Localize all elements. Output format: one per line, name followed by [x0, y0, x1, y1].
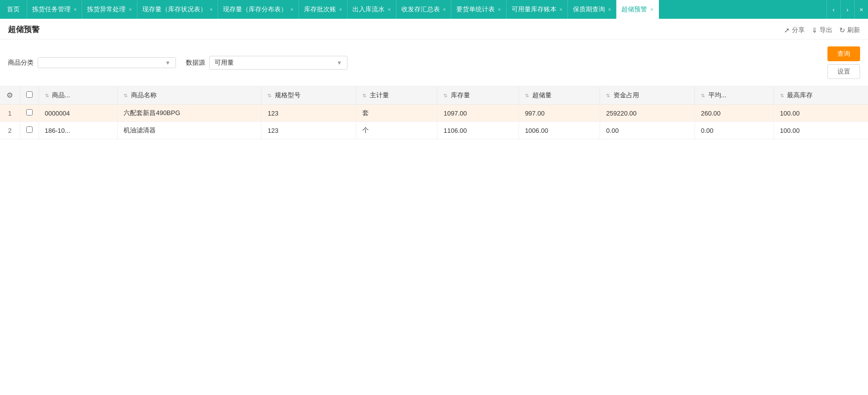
nav-tab-10-close[interactable]: ×: [650, 6, 653, 12]
nav-tab-2-close[interactable]: ×: [210, 6, 213, 12]
row-checkbox[interactable]: [26, 126, 33, 133]
sort-icon: ⇅: [525, 93, 529, 98]
export-button[interactable]: ⇓ 导出: [812, 26, 832, 35]
table-header-row: ⚙ ⇅ 商品... ⇅ 商品名称 ⇅ 规格型号: [0, 86, 868, 105]
nav-tab-0-close[interactable]: ×: [74, 6, 77, 12]
nav-tab-6[interactable]: 收发存汇总表 ×: [396, 0, 451, 19]
row-num: 1: [0, 105, 20, 122]
sort-icon: ⇅: [606, 93, 610, 98]
cell-spec: 123: [261, 105, 356, 122]
nav-tab-4-close[interactable]: ×: [339, 6, 342, 12]
page-title: 超储预警: [8, 25, 40, 35]
cell-max-stock: 100.00: [774, 105, 868, 122]
col-stock[interactable]: ⇅ 库存量: [437, 86, 519, 105]
gear-icon[interactable]: ⚙: [6, 91, 13, 99]
cell-capital: 0.00: [600, 122, 695, 139]
sort-icon: ⇅: [267, 93, 271, 98]
table-body: 1 0000004 六配套新昌490BPG 123 套 1097.00 997.…: [0, 105, 868, 139]
category-chevron-icon: ▼: [165, 60, 171, 66]
sort-icon: ⇅: [124, 93, 128, 98]
nav-arrows: ‹ › ×: [826, 0, 868, 19]
sort-icon: ⇅: [443, 93, 447, 98]
share-button[interactable]: ➚ 分享: [784, 26, 805, 35]
col-max-stock[interactable]: ⇅ 最高库存: [774, 86, 868, 105]
datasource-label: 数据源: [186, 58, 205, 67]
sort-icon: ⇅: [362, 93, 366, 98]
nav-tab-0[interactable]: 拣货任务管理 ×: [27, 0, 82, 19]
nav-tab-4[interactable]: 库存批次账 ×: [299, 0, 347, 19]
row-checkbox-cell[interactable]: [20, 105, 39, 122]
nav-home[interactable]: 首页: [0, 0, 27, 19]
nav-tab-10[interactable]: 超储预警 ×: [616, 0, 658, 19]
nav-tab-8-close[interactable]: ×: [560, 6, 563, 12]
sort-icon: ⇅: [780, 93, 784, 98]
filter-buttons: 查询 设置: [827, 46, 860, 79]
col-settings[interactable]: ⚙: [0, 86, 20, 105]
nav-tab-5-close[interactable]: ×: [388, 6, 391, 12]
settings-button[interactable]: 设置: [827, 64, 860, 79]
sort-icon: ⇅: [45, 93, 49, 98]
select-all-checkbox[interactable]: [26, 91, 33, 98]
cell-avg: 260.00: [694, 105, 774, 122]
sort-icon: ⇅: [701, 93, 705, 98]
cell-avg: 0.00: [694, 122, 774, 139]
col-spec[interactable]: ⇅ 规格型号: [261, 86, 356, 105]
nav-tab-1[interactable]: 拣货异常处理 ×: [82, 0, 137, 19]
query-button[interactable]: 查询: [827, 46, 860, 61]
col-avg[interactable]: ⇅ 平均...: [694, 86, 774, 105]
cell-capital: 259220.00: [600, 105, 695, 122]
cell-product-name: 六配套新昌490BPG: [118, 105, 261, 122]
nav-tab-3[interactable]: 现存量（库存分布表） ×: [218, 0, 299, 19]
nav-tab-8[interactable]: 可用量库存账本 ×: [507, 0, 568, 19]
table-wrapper: ⚙ ⇅ 商品... ⇅ 商品名称 ⇅ 规格型号: [0, 86, 868, 139]
nav-arrow-right[interactable]: ›: [840, 0, 854, 19]
main-content: 超储预警 ➚ 分享 ⇓ 导出 ↻ 刷新 商品分类 ▼ 数据源: [0, 19, 868, 395]
col-capital[interactable]: ⇅ 资金占用: [600, 86, 695, 105]
top-nav: 首页 拣货任务管理 × 拣货异常处理 × 现存量（库存状况表） × 现存量（库存…: [0, 0, 868, 19]
row-num: 2: [0, 122, 20, 139]
page-header: 超储预警 ➚ 分享 ⇓ 导出 ↻ 刷新: [0, 19, 868, 40]
nav-tab-5[interactable]: 出入库流水 ×: [347, 0, 396, 19]
col-checkbox[interactable]: [20, 86, 39, 105]
cell-stock: 1097.00: [437, 105, 519, 122]
datasource-select[interactable]: 可用量 ▼: [209, 56, 347, 70]
nav-tab-3-close[interactable]: ×: [290, 6, 293, 12]
cell-over-stock: 1006.00: [519, 122, 600, 139]
datasource-filter-group: 数据源 可用量 ▼: [186, 56, 347, 70]
export-icon: ⇓: [812, 26, 818, 34]
filter-area: 商品分类 ▼ 数据源 可用量 ▼ 查询 设置: [0, 40, 868, 86]
cell-max-stock: 100.00: [774, 122, 868, 139]
nav-arrow-close[interactable]: ×: [854, 0, 868, 19]
nav-tab-7[interactable]: 要货单统计表 ×: [451, 0, 506, 19]
nav-arrow-left[interactable]: ‹: [826, 0, 840, 19]
share-icon: ➚: [784, 26, 790, 34]
cell-product-name: 机油滤清器: [118, 122, 261, 139]
nav-tab-2[interactable]: 现存量（库存状况表） ×: [137, 0, 218, 19]
datasource-chevron-icon: ▼: [337, 60, 342, 66]
col-product-name[interactable]: ⇅ 商品名称: [118, 86, 261, 105]
col-product-code[interactable]: ⇅ 商品...: [39, 86, 118, 105]
data-table: ⚙ ⇅ 商品... ⇅ 商品名称 ⇅ 规格型号: [0, 86, 868, 139]
datasource-select-value: 可用量: [215, 58, 234, 67]
cell-over-stock: 997.00: [519, 105, 600, 122]
category-filter-group: 商品分类 ▼: [8, 57, 176, 68]
nav-tab-1-close[interactable]: ×: [129, 6, 131, 12]
header-actions: ➚ 分享 ⇓ 导出 ↻ 刷新: [784, 26, 860, 35]
nav-tab-6-close[interactable]: ×: [443, 6, 446, 12]
row-checkbox[interactable]: [26, 109, 33, 116]
cell-stock: 1106.00: [437, 122, 519, 139]
nav-tab-7-close[interactable]: ×: [498, 6, 501, 12]
nav-tab-9-close[interactable]: ×: [608, 6, 611, 12]
row-checkbox-cell[interactable]: [20, 122, 39, 139]
cell-spec: 123: [261, 122, 356, 139]
cell-unit: 套: [356, 105, 437, 122]
col-unit[interactable]: ⇅ 主计量: [356, 86, 437, 105]
cell-product-code: 186-10...: [39, 122, 118, 139]
col-over-stock[interactable]: ⇅ 超储量: [519, 86, 600, 105]
refresh-button[interactable]: ↻ 刷新: [839, 26, 860, 35]
nav-tab-9[interactable]: 保质期查询 ×: [568, 0, 616, 19]
refresh-icon: ↻: [839, 26, 845, 34]
table-row: 1 0000004 六配套新昌490BPG 123 套 1097.00 997.…: [0, 105, 868, 122]
table-row: 2 186-10... 机油滤清器 123 个 1106.00 1006.00 …: [0, 122, 868, 139]
category-select[interactable]: ▼: [38, 57, 176, 68]
